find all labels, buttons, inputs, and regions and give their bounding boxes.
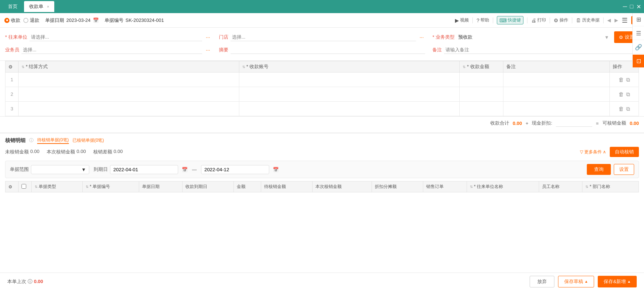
salesman-more-btn[interactable]: ··· (204, 47, 212, 53)
select-all-checkbox[interactable] (21, 184, 26, 189)
col-config-header[interactable]: ⚙ (5, 61, 19, 72)
window-minimize[interactable]: ─ (623, 3, 627, 10)
nav-next-icon[interactable]: ▶ (614, 17, 618, 23)
right-sidebar-btn-2[interactable]: ☰ (633, 27, 644, 40)
remark-cell-2[interactable] (503, 87, 610, 102)
store-label: 门店 (219, 34, 228, 40)
range-select[interactable]: ▼ (31, 165, 89, 174)
unverified-amount: 未核销金额 0.00 (5, 149, 39, 155)
remark-input[interactable] (444, 46, 639, 54)
filter-setting-btn[interactable]: 设置 (614, 164, 634, 175)
account-cell-2[interactable] (239, 87, 460, 102)
salesman-input[interactable] (21, 46, 202, 54)
history-btn[interactable]: 🗓 历史单据 (576, 17, 600, 23)
divider5 (572, 17, 572, 23)
shortcut-btn[interactable]: ⌨ 快捷键 (497, 16, 523, 24)
bottom-info-icon[interactable]: ⓘ (28, 278, 32, 285)
bottom-col-current: 本次核销金额 (313, 181, 372, 192)
row-num-1: 1 (5, 72, 19, 87)
right-sidebar-btn-3[interactable]: 🔗 (633, 41, 644, 54)
help-btn[interactable]: ? 帮助 (476, 17, 489, 23)
sidebar-icon-2: ☰ (636, 30, 641, 37)
calendar-from-icon[interactable]: 📅 (182, 167, 188, 172)
settlement-cell-1[interactable] (19, 72, 239, 87)
query-btn[interactable]: 查询 (587, 164, 611, 175)
date-value[interactable]: 2023-03-24 (66, 17, 91, 23)
nav-prev-icon[interactable]: ◀ (607, 17, 611, 23)
form-row-2: 业务员 ··· 摘要 备注 (5, 46, 639, 54)
right-sidebar-btn-4[interactable]: ⊡ (633, 55, 644, 68)
settlement-cell-3[interactable] (19, 102, 239, 116)
radio-refund[interactable]: 退款 (23, 17, 39, 24)
discount-input[interactable] (556, 119, 592, 127)
bottom-col-check[interactable] (19, 181, 32, 192)
store-more-btn[interactable]: ··· (418, 34, 425, 40)
amount-cell-1[interactable] (460, 72, 503, 87)
bottom-col-config[interactable]: ⚙ (5, 181, 19, 192)
summary-input[interactable] (231, 46, 425, 54)
current-label: 本次核销金额 (47, 149, 75, 155)
partner-input[interactable] (30, 33, 202, 41)
tab-bar-right: ─ □ ✕ (623, 3, 641, 10)
biz-type-dropdown-icon[interactable]: ▼ (604, 35, 609, 40)
menu-icon[interactable]: ☰ (622, 16, 628, 24)
bottom-amount: 0.00 (34, 279, 43, 284)
due-date-field: 到期日 📅 — 📅 (94, 165, 279, 174)
delete-btn-1[interactable]: 🗑 (619, 77, 624, 83)
date-label: 单据日期 (45, 17, 64, 24)
settings-icon: ⚙ (619, 35, 623, 40)
partner-more-btn[interactable]: ··· (204, 34, 212, 40)
range-field: 单据范围 ▼ (10, 165, 89, 174)
copy-btn-2[interactable]: ⧉ (626, 91, 630, 98)
auto-verify-btn[interactable]: 自动核销 (610, 147, 639, 157)
amount-cell-3[interactable] (460, 102, 503, 116)
settlement-cell-2[interactable] (19, 87, 239, 102)
biz-type-field: * 业务类型 预收款 ▼ ⚙ 设置 (432, 31, 639, 43)
account-cell-1[interactable] (239, 72, 460, 87)
abandon-btn[interactable]: 放弃 (530, 276, 554, 287)
window-close[interactable]: ✕ (636, 3, 641, 10)
remark-cell-1[interactable] (503, 72, 610, 87)
biz-type-value: 预收款 (457, 33, 602, 42)
copy-btn-1[interactable]: ⧉ (626, 77, 630, 83)
store-input[interactable] (231, 33, 416, 41)
form-row-1: * 往来单位 ··· 门店 ··· * 业务类型 预收款 ▼ ⚙ 设置 (5, 31, 639, 43)
due-date-to[interactable] (201, 165, 269, 174)
more-filter-btn[interactable]: ▽ 更多条件 ∧ (580, 149, 606, 155)
save-draft-btn[interactable]: 保存草稿 ▲ (558, 276, 594, 287)
partner-label: * 往来单位 (5, 34, 27, 40)
window-maximize[interactable]: □ (630, 3, 633, 10)
operation-btn[interactable]: ⚙ 操作 (554, 17, 568, 23)
tab-bar-left: 首页 收款单 × (3, 1, 54, 12)
account-cell-3[interactable] (239, 102, 460, 116)
form-area: * 往来单位 ··· 门店 ··· * 业务类型 预收款 ▼ ⚙ 设置 (0, 28, 644, 61)
number-value[interactable]: SK-20230324-001 (126, 17, 164, 23)
delete-btn-3[interactable]: 🗑 (619, 106, 624, 112)
remark-cell-3[interactable] (503, 102, 610, 116)
radio-receipt[interactable]: 收款 (4, 17, 20, 24)
right-sidebar-btn-1[interactable]: ⊞ (633, 13, 644, 26)
calendar-icon[interactable]: 📅 (93, 17, 99, 23)
summary-right: ▽ 更多条件 ∧ 自动核销 (580, 147, 639, 157)
bottom-col-date: 单据日期 (139, 181, 182, 192)
pending-tab[interactable]: 待核销单据(0笔) (37, 137, 69, 144)
tab-receipt[interactable]: 收款单 × (24, 1, 54, 12)
filter-right: 查询 设置 (587, 164, 634, 175)
done-tab[interactable]: 已核销单据(0笔) (72, 137, 104, 144)
video-btn[interactable]: ▶ 视频 (455, 17, 469, 23)
tab-close-btn[interactable]: × (47, 4, 49, 9)
current-amount: 本次核销金额 0.00 (47, 149, 86, 155)
save-new-btn[interactable]: 保存&新增 ▲ (598, 276, 637, 287)
amount-cell-2[interactable] (460, 87, 503, 102)
store-field: 门店 ··· (219, 33, 425, 41)
summary-row: 未核销金额 0.00 本次核销金额 0.00 核销差额 0.00 ▽ 更多条件 … (5, 147, 639, 157)
tab-home[interactable]: 首页 (3, 1, 23, 12)
print-btn[interactable]: 🖨 打印 (531, 17, 546, 23)
delete-btn-2[interactable]: 🗑 (619, 91, 624, 98)
due-date-from[interactable] (110, 165, 178, 174)
sort-icon-account: ⇅ (242, 65, 245, 69)
copy-btn-3[interactable]: ⧉ (626, 106, 630, 112)
calendar-to-icon[interactable]: 📅 (273, 167, 279, 172)
bottom-col-number: ⇅ * 单据编号 (82, 181, 139, 192)
info-icon[interactable]: ⓘ (29, 137, 34, 144)
